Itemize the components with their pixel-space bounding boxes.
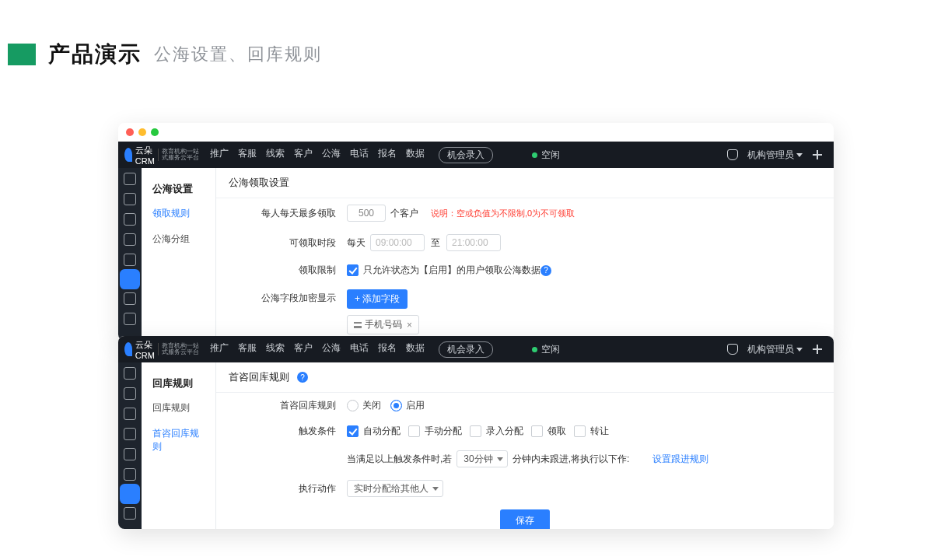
icon-rail [118,362,142,529]
add-field-button[interactable]: + 添加字段 [347,289,408,309]
brand-logo[interactable]: 云朵CRM 教育机构一站 式服务云平台 [118,339,204,360]
sidebar-item-groups[interactable]: 公海分组 [142,226,215,252]
rail-icon-3[interactable] [124,408,136,420]
agent-status[interactable]: 空闲 [532,343,560,356]
nav-shuju[interactable]: 数据 [406,341,425,358]
opportunity-entry-button[interactable]: 机会录入 [439,341,493,358]
select-minutes-value: 30分钟 [464,453,492,466]
select-action[interactable]: 实时分配给其他人 [347,480,443,497]
rail-icon-2[interactable] [124,193,136,205]
nav-kefu[interactable]: 客服 [238,341,257,358]
input-time-from[interactable] [370,234,425,251]
rail-icon-1[interactable] [124,173,136,185]
unit-text: 个客户 [390,207,418,220]
nav-baoming[interactable]: 报名 [378,341,397,358]
rail-icon-1[interactable] [124,367,136,380]
help-icon[interactable]: ? [540,265,551,276]
restrict-text: 只允许状态为【启用】的用户领取公海数据 [363,264,540,277]
rail-icon-3[interactable] [124,213,136,226]
nav-dianhua[interactable]: 电话 [350,341,369,358]
chevron-down-icon [497,457,503,461]
top-nav: 推广 客服 线索 客户 公海 电话 报名 数据 机会录入 [210,147,493,163]
list-icon [354,322,362,328]
rail-icon-huiku[interactable] [124,488,135,499]
cond-prefix: 当满足以上触发条件时,若 [347,453,452,466]
radio-on-label: 启用 [406,399,425,412]
bell-icon[interactable] [727,149,738,160]
sidebar-item-huiku[interactable]: 回库规则 [142,395,215,421]
rail-icon-5[interactable] [124,254,136,266]
opportunity-entry-button[interactable]: 机会录入 [439,147,493,163]
topbar: 云朵CRM 教育机构一站 式服务云平台 推广 客服 线索 客户 公海 电话 报名… [118,142,834,168]
rail-icon-2[interactable] [124,387,136,400]
checkbox-only-enabled[interactable] [347,264,359,276]
sidebar-item-claim-rules[interactable]: 领取规则 [142,201,215,226]
nav-tuiguang[interactable]: 推广 [210,147,229,163]
accent-bar [8,44,36,65]
save-button[interactable]: 保存 [500,509,550,529]
min-dot[interactable] [138,128,146,136]
cloud-icon [124,342,132,356]
input-time-to[interactable] [446,234,501,251]
cb-auto-label: 自动分配 [363,425,401,438]
checkbox-claim[interactable] [531,425,543,437]
label-rule-toggle: 首咨回库规则 [230,399,347,412]
page-title: 产品演示 [48,40,142,69]
content-title: 首咨回库规则 [229,370,289,384]
brand-subtext: 教育机构一站 式服务云平台 [158,149,204,161]
radio-off[interactable] [347,400,359,411]
rail-icon-4[interactable] [124,233,136,246]
close-dot[interactable] [126,128,134,136]
link-set-followup-rule[interactable]: 设置跟进规则 [652,453,708,466]
user-menu[interactable]: 机构管理员 [747,149,803,162]
checkbox-transfer[interactable] [574,425,586,437]
nav-xiansuo[interactable]: 线索 [266,147,285,163]
chip-phone: 手机号码 × [347,315,419,334]
content-title: 公海领取设置 [229,176,289,190]
brand-text: 云朵CRM [135,339,156,360]
topbar: 云朵CRM 教育机构一站 式服务云平台 推广 客服 线索 客户 公海 电话 报名… [118,336,834,362]
top-nav: 推广 客服 线索 客户 公海 电话 报名 数据 机会录入 [210,341,493,358]
cb-manual-label: 手动分配 [425,425,462,438]
radio-off-label: 关闭 [362,399,381,412]
rail-icon-4[interactable] [124,428,136,440]
nav-shuju[interactable]: 数据 [406,147,425,163]
rail-icon-8[interactable] [124,507,136,520]
time-prefix: 每天 [347,236,366,250]
plus-icon[interactable] [812,344,823,355]
nav-tuiguang[interactable]: 推广 [210,341,229,358]
rail-icon-8[interactable] [124,313,136,325]
rail-icon-5[interactable] [124,448,136,460]
nav-xiansuo[interactable]: 线索 [266,341,285,358]
nav-gonghai[interactable]: 公海 [322,341,341,358]
plus-icon[interactable] [812,149,823,160]
user-menu[interactable]: 机构管理员 [747,343,803,356]
help-icon[interactable]: ? [297,372,308,383]
sidebar-item-shouzi-huiku[interactable]: 首咨回库规则 [142,421,215,460]
nav-gonghai[interactable]: 公海 [322,147,341,163]
label-action: 执行动作 [230,482,347,495]
chevron-down-icon [796,153,803,157]
user-name: 机构管理员 [747,343,794,356]
nav-kehu[interactable]: 客户 [294,147,313,163]
max-dot[interactable] [151,128,159,136]
brand-logo[interactable]: 云朵CRM 教育机构一站 式服务云平台 [118,145,204,166]
label-mask: 公海字段加密显示 [230,289,347,305]
chip-remove-icon[interactable]: × [407,320,412,331]
nav-kehu[interactable]: 客户 [294,341,313,358]
radio-on[interactable] [390,400,402,411]
checkbox-auto[interactable] [347,425,359,437]
rail-icon-7[interactable] [124,292,136,305]
rail-icon-gonghai[interactable] [124,274,135,285]
input-daily-limit[interactable] [347,205,386,222]
select-minutes[interactable]: 30分钟 [457,450,507,467]
bell-icon[interactable] [727,344,738,355]
agent-status[interactable]: 空闲 [532,149,560,162]
nav-baoming[interactable]: 报名 [378,147,397,163]
nav-dianhua[interactable]: 电话 [350,147,369,163]
rail-icon-6[interactable] [124,468,136,481]
checkbox-manual[interactable] [408,425,420,437]
page-subtitle: 公海设置、回库规则 [154,43,322,66]
checkbox-import[interactable] [470,425,481,437]
nav-kefu[interactable]: 客服 [238,147,257,163]
